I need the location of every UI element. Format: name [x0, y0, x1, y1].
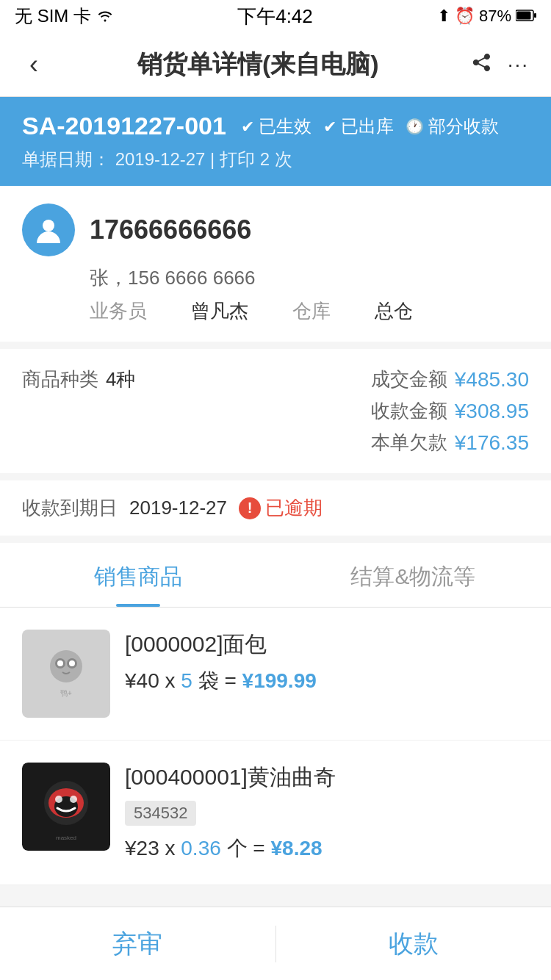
svg-text:鸮+: 鸮+: [60, 689, 72, 697]
amount-row: 成交金额 ¥485.30: [371, 367, 529, 392]
order-id: SA-20191227-001: [22, 112, 226, 140]
customer-sub: 张，156 6666 6666: [22, 265, 529, 291]
warehouse-label: 仓库: [292, 298, 331, 324]
owed-value: ¥176.35: [455, 431, 529, 455]
list-item: masked [000400001]黄油曲奇 534532 ¥23 x 0.36…: [0, 741, 551, 885]
product-total-2: ¥8.28: [270, 837, 322, 860]
product-price-2: ¥23 x 0.36 个 = ¥8.28: [125, 835, 529, 862]
nav-bar: ‹ 销货单详情(来自电脑) ···: [0, 32, 551, 97]
order-id-row: SA-20191227-001 已生效 已出库 🕐 部分收款: [22, 112, 529, 140]
customer-detail-row: 业务员 曾凡杰 仓库 总仓: [22, 298, 529, 324]
received-value: ¥308.95: [455, 400, 529, 423]
customer-section: 17666666666 张，156 6666 6666 业务员 曾凡杰 仓库 总…: [0, 186, 551, 342]
location-icon: ⬆: [437, 7, 450, 26]
product-price-1: ¥40 x 5 袋 = ¥199.99: [125, 667, 529, 695]
product-qty-2: 0.36: [181, 837, 221, 860]
customer-row: 17666666666: [22, 203, 529, 256]
tabs-section: 销售商品 结算&物流等: [0, 543, 551, 608]
svg-rect-1: [534, 13, 536, 18]
due-section: 收款到期日 2019-12-27 ! 已逾期: [0, 480, 551, 536]
overdue-badge: ! 已逾期: [239, 495, 323, 521]
owed-row: 本单欠款 ¥176.35: [371, 430, 529, 455]
product-type-value: 4种: [106, 367, 135, 392]
amount-label: 成交金额: [371, 367, 447, 392]
svg-point-8: [57, 660, 63, 666]
share-button[interactable]: [471, 51, 493, 79]
product-image-1: 鸮+: [22, 630, 110, 718]
more-button[interactable]: ···: [508, 53, 529, 76]
check-icon-1: [241, 116, 254, 137]
cancel-review-button[interactable]: 弃审: [0, 912, 276, 976]
due-label: 收款到期日: [22, 495, 118, 521]
nav-actions: ···: [471, 51, 529, 79]
overdue-text: 已逾期: [265, 495, 323, 521]
received-row: 收款金额 ¥308.95: [371, 398, 529, 424]
product-total-1: ¥199.99: [242, 669, 317, 692]
amount-value: ¥485.30: [455, 368, 529, 392]
carrier-text: 无 SIM 卡: [15, 4, 91, 28]
tab-settlement[interactable]: 结算&物流等: [276, 543, 551, 607]
status-badges: 已生效 已出库 🕐 部分收款: [241, 115, 499, 138]
product-tag-2: 534532: [125, 801, 196, 826]
order-banner: SA-20191227-001 已生效 已出库 🕐 部分收款 单据日期： 201…: [0, 97, 551, 186]
battery-text: 87%: [479, 7, 511, 26]
summary-right: 成交金额 ¥485.30 收款金额 ¥308.95 本单欠款 ¥176.35: [371, 367, 529, 455]
order-date-row: 单据日期： 2019-12-27 | 打印 2 次: [22, 148, 529, 171]
avatar: [22, 203, 75, 256]
summary-section: 商品种类 4种 成交金额 ¥485.30 收款金额 ¥308.95 本单欠款 ¥…: [0, 349, 551, 473]
product-name-1: [0000002]面包: [125, 630, 529, 660]
battery-icon: [516, 7, 536, 26]
customer-name: 17666666666: [90, 215, 251, 245]
product-info-1: [0000002]面包 ¥40 x 5 袋 = ¥199.99: [125, 630, 529, 695]
due-date: 2019-12-27: [129, 497, 227, 519]
svg-point-9: [69, 660, 75, 666]
owed-label: 本单欠款: [371, 430, 447, 455]
summary-left: 商品种类 4种: [22, 367, 135, 455]
svg-rect-2: [516, 12, 530, 20]
status-bar: 无 SIM 卡 下午4:42 ⬆ ⏰ 87%: [0, 0, 551, 32]
svg-point-3: [43, 220, 54, 231]
staff-label: 业务员: [90, 298, 147, 324]
products-list: 鸮+ [0000002]面包 ¥40 x 5 袋 = ¥199.99: [0, 608, 551, 885]
tab-sales-products[interactable]: 销售商品: [0, 543, 276, 607]
back-button[interactable]: ‹: [22, 42, 46, 87]
overdue-icon: !: [239, 497, 261, 519]
check-icon-2: [323, 116, 336, 137]
tabs-row: 销售商品 结算&物流等: [0, 543, 551, 607]
product-info-2: [000400001]黄油曲奇 534532 ¥23 x 0.36 个 = ¥8…: [125, 763, 529, 862]
svg-point-15: [55, 796, 62, 803]
product-type-label: 商品种类: [22, 367, 98, 392]
status-right: ⬆ ⏰ 87%: [437, 7, 536, 26]
status-time: 下午4:42: [237, 4, 313, 29]
svg-point-16: [70, 796, 77, 803]
status-badge-effective: 已生效: [241, 115, 311, 138]
list-item: 鸮+ [0000002]面包 ¥40 x 5 袋 = ¥199.99: [0, 608, 551, 741]
svg-point-5: [50, 650, 82, 682]
svg-text:masked: masked: [56, 835, 76, 841]
received-label: 收款金额: [371, 398, 447, 424]
wifi-icon: [97, 6, 113, 26]
staff-name: 曾凡杰: [191, 298, 248, 324]
product-name-2: [000400001]黄油曲奇: [125, 763, 529, 793]
clock-icon: 🕐: [406, 118, 424, 135]
collect-payment-button[interactable]: 收款: [276, 912, 552, 976]
status-left: 无 SIM 卡: [15, 4, 113, 28]
warehouse-name: 总仓: [375, 298, 413, 324]
product-qty-1: 5: [181, 669, 192, 692]
page-title: 销货单详情(来自电脑): [137, 48, 379, 82]
status-badge-shipped: 已出库: [323, 115, 394, 138]
product-image-2: masked: [22, 763, 110, 851]
product-type-row: 商品种类 4种: [22, 367, 135, 392]
bottom-actions: 弃审 收款: [0, 907, 551, 980]
alarm-icon: ⏰: [455, 7, 475, 26]
status-badge-partial: 🕐 部分收款: [406, 115, 499, 138]
